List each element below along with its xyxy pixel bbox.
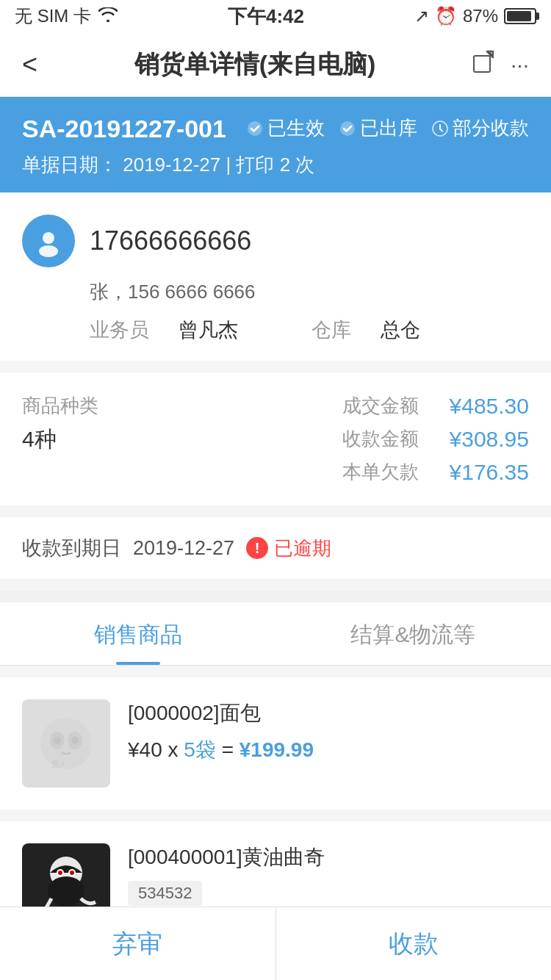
back-button[interactable]: <	[22, 49, 37, 80]
location-icon: ↗	[414, 6, 429, 26]
owed-label: 本单欠款	[342, 459, 419, 485]
collected-label: 收款金额	[342, 426, 419, 452]
product-thumbnail-1: 鱼+	[22, 699, 110, 788]
product-price-1: ¥40 x 5袋 = ¥199.99	[128, 736, 529, 764]
collect-button[interactable]: 收款	[276, 907, 552, 980]
customer-name-phone: 张，156 6666 6666	[22, 279, 529, 305]
svg-point-6	[40, 718, 92, 769]
quantity-highlight-1: 5袋	[184, 738, 216, 761]
svg-point-5	[39, 245, 58, 257]
cancel-button[interactable]: 弃审	[0, 907, 276, 980]
due-date: 2019-12-27	[133, 537, 234, 560]
status-left: 无 SIM 卡	[15, 4, 118, 28]
customer-info: 业务员 曾凡杰 仓库 总仓	[22, 317, 529, 343]
carrier-label: 无 SIM 卡	[15, 4, 91, 28]
total-1: ¥199.99	[240, 738, 314, 761]
order-date: 单据日期： 2019-12-27 | 打印 2 次	[22, 152, 529, 178]
status-shipped: 已出库	[339, 115, 417, 141]
svg-point-2	[340, 121, 355, 136]
due-section: 收款到期日 2019-12-27 ! 已逾期	[0, 517, 551, 579]
share-button[interactable]	[472, 50, 496, 79]
nav-bar: < 销货单详情(来自电脑) ···	[0, 32, 551, 97]
amount-owed: 本单欠款 ¥176.35	[342, 459, 529, 485]
status-partial: 部分收款	[432, 115, 529, 141]
svg-rect-0	[474, 56, 490, 72]
status-right: ↗ ⏰ 87%	[414, 6, 536, 26]
overdue-badge: ! 已逾期	[246, 536, 331, 561]
types-count: 4种	[22, 425, 98, 455]
sales-label: 业务员	[90, 317, 149, 343]
customer-section: 17666666666 张，156 6666 6666 业务员 曾凡杰 仓库 总…	[0, 192, 551, 361]
order-id: SA-20191227-001	[22, 115, 226, 143]
deal-value: ¥485.30	[433, 394, 529, 419]
tab-products[interactable]: 销售商品	[0, 602, 276, 665]
product-code-2: [000400001]黄油曲奇	[128, 843, 529, 871]
due-label: 收款到期日	[22, 535, 121, 561]
status-time: 下午4:42	[228, 4, 304, 29]
deal-label: 成交金额	[342, 393, 419, 419]
svg-point-1	[248, 121, 262, 136]
amount-collected: 收款金额 ¥308.95	[342, 426, 529, 452]
overdue-label: 已逾期	[274, 536, 331, 561]
svg-point-4	[43, 232, 54, 244]
wifi-icon	[98, 6, 118, 26]
order-banner: SA-20191227-001 已生效 已出库 部分收款 单据日期： 2019-…	[0, 97, 551, 192]
more-button[interactable]: ···	[511, 52, 529, 77]
order-status: 已生效 已出库 部分收款	[247, 115, 529, 141]
battery-icon	[504, 8, 536, 24]
status-activated: 已生效	[247, 115, 325, 141]
alarm-icon: ⏰	[435, 6, 457, 26]
tabs: 销售商品 结算&物流等	[0, 602, 551, 666]
table-row: 鱼+ [0000002]面包 ¥40 x 5袋 = ¥199.99	[0, 677, 551, 810]
tab-settlement[interactable]: 结算&物流等	[276, 602, 551, 665]
battery-percent: 87%	[463, 6, 498, 26]
sales-name: 曾凡杰	[179, 317, 238, 343]
summary-section: 商品种类 4种 成交金额 ¥485.30 收款金额 ¥308.95 本单欠款 ¥…	[0, 372, 551, 505]
svg-text:鱼+: 鱼+	[51, 759, 65, 769]
owed-value: ¥176.35	[433, 460, 529, 485]
amount-deal: 成交金额 ¥485.30	[342, 393, 529, 419]
product-info-1: [0000002]面包 ¥40 x 5袋 = ¥199.99	[128, 699, 529, 764]
status-bar: 无 SIM 卡 下午4:42 ↗ ⏰ 87%	[0, 0, 551, 32]
warehouse-name: 总仓	[381, 317, 420, 343]
warehouse-label: 仓库	[311, 317, 351, 343]
svg-point-17	[58, 871, 62, 875]
product-sku-2: 534532	[128, 881, 202, 906]
types-label: 商品种类	[22, 393, 98, 419]
page-title: 销货单详情(来自电脑)	[134, 48, 376, 82]
nav-left: <	[22, 49, 37, 80]
svg-point-18	[70, 871, 74, 875]
amount-details: 成交金额 ¥485.30 收款金额 ¥308.95 本单欠款 ¥176.35	[342, 393, 529, 485]
svg-point-10	[71, 737, 79, 744]
overdue-icon: !	[246, 537, 268, 559]
svg-point-9	[54, 737, 61, 744]
avatar	[22, 215, 75, 267]
customer-header: 17666666666	[22, 215, 529, 267]
divider	[0, 591, 551, 602]
product-code-1: [0000002]面包	[128, 699, 529, 727]
customer-phone: 17666666666	[90, 226, 251, 256]
bottom-bar: 弃审 收款	[0, 907, 551, 980]
nav-right: ···	[472, 50, 529, 79]
product-types: 商品种类 4种	[22, 393, 98, 455]
collected-value: ¥308.95	[433, 427, 529, 452]
